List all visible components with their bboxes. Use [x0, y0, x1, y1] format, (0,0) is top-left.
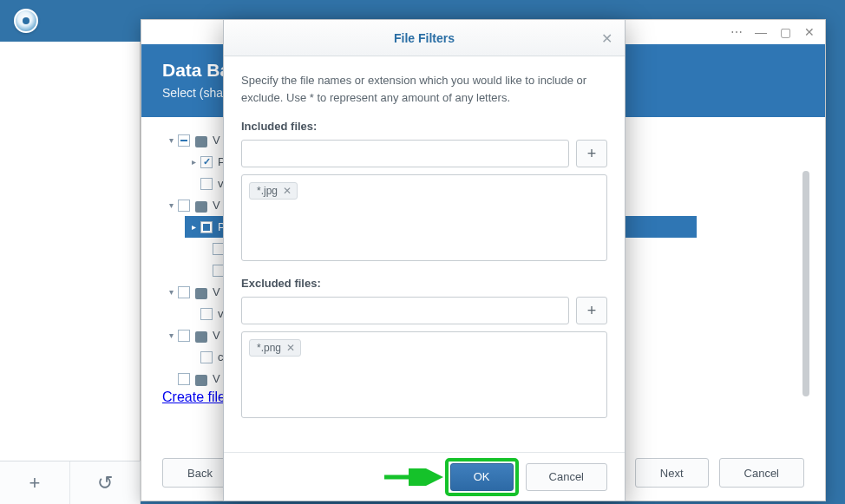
caret-icon[interactable]: ▾ [166, 331, 176, 340]
window-minimize-icon[interactable]: — [750, 24, 771, 40]
checkbox[interactable] [178, 330, 190, 342]
tag-remove-icon[interactable]: ✕ [286, 342, 295, 354]
add-button[interactable]: + [0, 461, 70, 504]
caret-icon[interactable]: ▾ [166, 287, 176, 297]
synology-app-icon[interactable] [14, 9, 38, 33]
disk-icon [195, 136, 207, 145]
window-maximize-icon[interactable]: ▢ [775, 24, 796, 40]
bottom-toolbar: + ↺ [0, 461, 141, 504]
left-column [0, 42, 141, 461]
excluded-files-list: *.png✕ [241, 331, 607, 418]
tree-label: V [213, 285, 220, 298]
disk-icon [195, 375, 207, 383]
tag-remove-icon[interactable]: ✕ [283, 185, 291, 197]
checkbox[interactable] [178, 373, 190, 385]
caret-icon[interactable]: ▸ [188, 222, 199, 232]
caret-icon[interactable]: ▾ [166, 200, 176, 210]
tree-label: V [213, 329, 220, 342]
next-button[interactable]: Next [635, 458, 709, 488]
window-close-icon[interactable]: ✕ [799, 24, 820, 40]
tree-label: V [213, 199, 220, 212]
disk-icon [195, 201, 207, 210]
excluded-files-label: Excluded files: [241, 277, 607, 290]
excluded-files-input[interactable] [241, 297, 569, 324]
included-add-button[interactable]: + [576, 140, 607, 167]
disk-icon [195, 331, 207, 340]
filter-tag-label: *.jpg [257, 185, 278, 197]
checkbox[interactable] [200, 308, 213, 320]
caret-icon[interactable]: ▸ [188, 157, 199, 167]
dialog-footer: OK Cancel [224, 452, 625, 501]
included-files-list: *.jpg✕ [241, 174, 607, 261]
filter-tag: *.png✕ [249, 339, 301, 357]
included-files-label: Included files: [241, 120, 607, 133]
checkbox[interactable] [178, 200, 190, 212]
tree-label: V [213, 134, 220, 147]
tree-label: V [213, 372, 220, 385]
caret-icon[interactable]: ▾ [166, 135, 176, 145]
scrollbar[interactable] [802, 171, 809, 396]
window-menu-icon[interactable]: ⋯ [726, 24, 747, 40]
dialog-title: File Filters [394, 31, 455, 45]
history-button[interactable]: ↺ [70, 461, 141, 504]
dialog-description: Specify the file names or extension whic… [241, 72, 607, 106]
filter-tag: *.jpg✕ [249, 182, 298, 200]
cancel-button[interactable]: Cancel [719, 458, 804, 488]
filter-tag-label: *.png [257, 342, 281, 354]
dialog-body: Specify the file names or extension whic… [224, 56, 625, 452]
checkbox[interactable] [200, 221, 213, 233]
checkbox[interactable] [178, 286, 190, 298]
checkbox[interactable] [200, 178, 213, 190]
checkbox[interactable] [200, 156, 213, 168]
dialog-titlebar: File Filters ✕ [224, 20, 625, 56]
checkbox[interactable] [178, 134, 190, 147]
checkbox[interactable] [200, 351, 213, 363]
dialog-cancel-button[interactable]: Cancel [526, 463, 607, 491]
dialog-close-icon[interactable]: ✕ [597, 29, 616, 48]
disk-icon [195, 288, 207, 297]
ok-button[interactable]: OK [450, 463, 514, 491]
included-files-input[interactable] [241, 140, 569, 167]
excluded-add-button[interactable]: + [576, 297, 607, 324]
file-filters-dialog: File Filters ✕ Specify the file names or… [223, 19, 626, 501]
